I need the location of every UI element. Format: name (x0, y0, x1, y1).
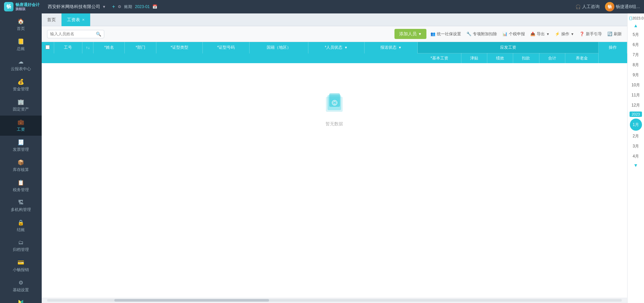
tab-close-icon[interactable]: × (82, 17, 85, 22)
service-label: 人工咨询 (582, 4, 600, 10)
sidebar-item-salary[interactable]: 💼 工资 (0, 116, 42, 136)
sidebar: 🏠 首页 📒 总账 ☁ 云报表中心 💰 资金管理 🏢 固定资产 💼 工资 🧾 发… (0, 13, 42, 303)
main-layout: 🏠 首页 📒 总账 ☁ 云报表中心 💰 资金管理 🏢 固定资产 💼 工资 🧾 发… (0, 13, 644, 303)
toolbar: 🔍 添加人员 ▼ 👥 统一社保设置 🔧 专项附加扣除 📊 个税申报 (42, 26, 627, 42)
tax-declare-icon: 📊 (502, 32, 507, 36)
sidebar-item-ledger[interactable]: 📒 总账 (0, 35, 42, 55)
select-all-checkbox[interactable] (45, 45, 50, 49)
tab-salary[interactable]: 工资表 × (62, 13, 90, 26)
month-item-12[interactable]: 12月 (629, 100, 643, 110)
tax-label: 个税申报 (509, 31, 525, 37)
sidebar-item-guide[interactable]: 🔰 新手引导 (0, 296, 42, 303)
add-person-button[interactable]: 添加人员 ▼ (394, 29, 426, 39)
month-item-4[interactable]: 4月 (629, 152, 643, 161)
deduct-label: 专项附加扣除 (473, 31, 497, 37)
salary-table: 工号 ↑↓ *姓名 *部门 *证型类型 *证型号码 国籍（地区） *人员状态 ▼… (42, 42, 627, 154)
sidebar-label-assets: 固定资产 (13, 106, 29, 112)
refresh-action[interactable]: 🔄 刷新 (607, 31, 622, 37)
deduct-action[interactable]: 🔧 专项附加扣除 (466, 31, 497, 37)
period-value[interactable]: 2023-01 (135, 4, 150, 9)
social-settings-action[interactable]: 👥 统一社保设置 (430, 31, 461, 37)
col-report[interactable]: 报送状态 ▼ (364, 42, 417, 53)
sidebar-item-close[interactable]: 🔒 结账 (0, 216, 42, 236)
col-base: *基本工资 (418, 53, 461, 63)
tab-home[interactable]: 首页 (42, 13, 62, 26)
app-name: 畅唐通好会计 (15, 2, 40, 7)
scroll-track[interactable] (47, 299, 622, 302)
up-nav-icon[interactable]: ▲ (632, 21, 640, 30)
sidebar-item-expense[interactable]: 💳 小畅报销 (0, 256, 42, 276)
month-item-11[interactable]: 11月 (629, 90, 643, 100)
funds-icon: 💰 (17, 79, 24, 85)
table-header-checkbox[interactable] (42, 42, 54, 53)
sidebar-item-tax[interactable]: 📋 税务管理 (0, 176, 42, 196)
sidebar-item-archive[interactable]: 🗂 归档管理 (0, 236, 42, 256)
month-item-10[interactable]: 10月 (629, 80, 643, 90)
chevron-down-icon: ▼ (102, 5, 106, 9)
table-container: 工号 ↑↓ *姓名 *部门 *证型类型 *证型号码 国籍（地区） *人员状态 ▼… (42, 42, 627, 298)
operate-label: 操作 (561, 31, 569, 37)
sidebar-label-salary: 工资 (17, 127, 25, 132)
sidebar-item-assets[interactable]: 🏢 固定资产 (0, 95, 42, 116)
header-period: + ⚙ 账期 2023-01 📅 (112, 4, 157, 10)
month-item-6[interactable]: 6月 (629, 40, 643, 49)
sidebar-label-multi: 多机构管理 (11, 207, 31, 213)
scroll-thumb (114, 299, 269, 302)
sidebar-item-funds[interactable]: 💰 资金管理 (0, 75, 42, 95)
month-item-2[interactable]: 2月 (629, 131, 643, 141)
search-input[interactable] (50, 32, 94, 36)
month-panel: ⟨⟩ 2023.01 × ▲ 5月 6月 7月 8月 9月 10月 11月 12… (627, 13, 644, 303)
right-header: 🎧 人工咨询 畅 畅捷通B组... (575, 2, 640, 11)
sidebar-label-ledger: 总账 (17, 46, 25, 52)
empty-subrow (42, 53, 418, 63)
user-name: 畅捷通B组... (616, 4, 640, 10)
settings-sidebar-icon: ⚙ (18, 279, 23, 286)
month-item-5[interactable]: 5月 (629, 30, 643, 39)
month-item-1[interactable]: 1月 (630, 119, 642, 131)
company-selector[interactable]: 西安虾米网络科技有限公司 ▼ (48, 4, 106, 10)
col-nation: 国籍（地区） (249, 42, 308, 53)
col-status[interactable]: *人员状态 ▼ (308, 42, 364, 53)
sidebar-label-settings: 基础设置 (13, 287, 29, 293)
col-allowance: 津贴 (461, 53, 487, 63)
col-num: 工号 (54, 42, 82, 53)
multi-icon: 🏗 (18, 200, 24, 206)
sidebar-item-multi[interactable]: 🏗 多机构管理 (0, 196, 42, 216)
month-item-9[interactable]: 9月 (629, 70, 643, 80)
guide-toolbar-icon: ❓ (579, 32, 584, 36)
month-item-8[interactable]: 8月 (629, 60, 643, 70)
settings-icon[interactable]: ⚙ (118, 4, 121, 9)
tab-salary-label: 工资表 (67, 17, 80, 23)
operate-action[interactable]: ⚡ 操作 ▼ (555, 31, 574, 37)
guide-action[interactable]: ❓ 新手引导 (579, 31, 602, 37)
search-wrapper: 🔍 (47, 30, 104, 38)
sidebar-item-inventory[interactable]: 📦 库存核算 (0, 156, 42, 176)
calendar-icon[interactable]: 📅 (152, 4, 157, 9)
add-icon[interactable]: + (112, 4, 115, 10)
service-button[interactable]: 🎧 人工咨询 (575, 4, 600, 10)
invoice-icon: 🧾 (17, 139, 24, 145)
user-badge[interactable]: 畅 畅捷通B组... (605, 2, 640, 11)
month-item-3[interactable]: 3月 (629, 141, 643, 151)
tax-action[interactable]: 📊 个税申报 (502, 31, 525, 37)
status-filter-icon: ▼ (344, 46, 348, 49)
expand-icon[interactable]: ⟨⟩ (629, 15, 632, 21)
month-item-7[interactable]: 7月 (629, 50, 643, 59)
down-nav-icon[interactable]: ▼ (632, 161, 640, 169)
assets-icon: 🏢 (17, 99, 24, 105)
operate-icon: ⚡ (555, 32, 560, 36)
sidebar-item-home[interactable]: 🏠 首页 (0, 15, 42, 35)
col-dept: *部门 (125, 42, 156, 53)
social-icon: 👥 (430, 32, 435, 36)
empty-ops (599, 53, 627, 63)
col-id-type: *证型类型 (156, 42, 203, 53)
expense-icon: 💳 (17, 259, 24, 266)
col-sort[interactable]: ↑↓ (82, 42, 93, 53)
sidebar-item-cloud[interactable]: ☁ 云报表中心 (0, 55, 42, 75)
guide-label: 新手引导 (586, 31, 602, 37)
sidebar-item-invoice[interactable]: 🧾 发票管理 (0, 136, 42, 156)
table-scroll-hint (42, 298, 627, 303)
logo-icon: 畅 (4, 2, 13, 11)
sidebar-item-settings[interactable]: ⚙ 基础设置 (0, 276, 42, 296)
export-action[interactable]: 📤 导出 ▼ (530, 31, 550, 37)
